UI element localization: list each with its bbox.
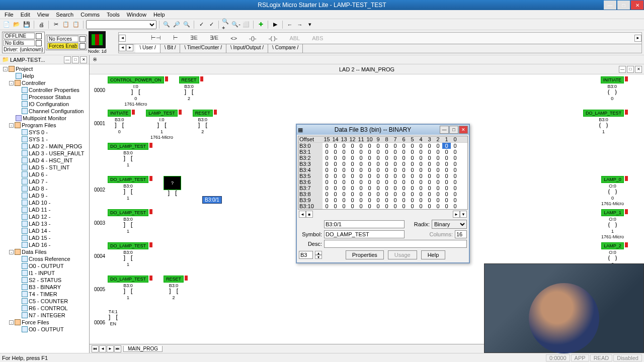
find-prev-button[interactable]: 🔍 [182,20,191,29]
data-bit-cell[interactable]: 0 [348,143,357,149]
minimize-button[interactable]: — [604,1,616,10]
data-bit-cell[interactable]: 0 [365,155,374,161]
new-button[interactable]: 📄 [2,20,11,29]
data-bit-cell[interactable]: 0 [357,149,365,155]
instr-scroll-left[interactable]: ◄ [119,35,126,42]
df-file-down[interactable]: ▾ [315,255,322,259]
data-bit-cell[interactable]: 0 [451,191,459,197]
tree-node[interactable]: Multipoint Monitor [1,115,88,122]
instr-scroll-right[interactable]: ► [634,35,641,42]
data-bit-cell[interactable]: 0 [451,197,459,203]
data-bit-cell[interactable]: 0 [382,191,391,197]
tree-node[interactable]: C5 - COUNTER [1,298,88,305]
data-bit-cell[interactable]: 0 [408,149,417,155]
data-bit-cell[interactable]: 0 [365,149,374,155]
instruction[interactable]: DO_LAMP_TESTB3:0] [1 [108,209,148,234]
instr-abl-icon[interactable]: ABL [289,35,300,41]
data-bit-cell[interactable]: 0 [331,167,340,173]
instr-tab-inputoutput[interactable]: \ Input/Output / [226,44,268,53]
instr-xic-icon[interactable]: ∃E [190,35,197,41]
instruction[interactable]: RESETB3:0] [2 [193,110,213,140]
data-bit-cell[interactable]: 0 [434,167,442,173]
data-bit-cell[interactable]: 0 [391,179,399,185]
data-bit-cell[interactable]: 0 [451,185,459,191]
data-bit-cell[interactable]: 0 [331,203,340,209]
paste-button[interactable]: 📋 [71,20,80,29]
tree-node[interactable]: LAD 8 - [1,185,88,192]
data-bit-cell[interactable]: 0 [374,203,382,209]
data-bit-cell[interactable]: 0 [399,203,408,209]
data-bit-cell[interactable]: 0 [365,185,374,191]
find-button[interactable]: 🔍 [162,20,171,29]
nav-dropdown-button[interactable]: ▾ [305,20,314,29]
new-rung-button[interactable]: ✚ [256,20,265,29]
data-bit-cell[interactable]: 0 [434,197,442,203]
tree-node[interactable]: T4 - TIMER [1,291,88,298]
data-bit-cell[interactable]: 0 [451,173,459,179]
menu-search[interactable]: Search [53,12,76,18]
instr-rung-icon[interactable]: ⊢⊣ [151,35,161,41]
tree-node[interactable]: LAD 15 - [1,234,88,241]
instruction[interactable]: DO_LAMP_TESTB3:0] [1 [108,242,148,267]
tree-node[interactable]: LAD 3 - USER_FAULT [1,150,88,157]
df-desc-input[interactable] [324,240,467,248]
data-bit-cell[interactable]: 0 [399,167,408,173]
data-bit-cell[interactable]: 0 [442,179,451,185]
data-bit-cell[interactable]: 0 [417,173,425,179]
rung[interactable]: 0000CONTROL_POWER_ONI:0] [01761-MicroRES… [92,76,634,107]
data-bit-cell[interactable]: 0 [323,173,331,179]
tree-node[interactable]: LAD 5 - STI_INT [1,164,88,171]
data-bit-cell[interactable]: 0 [391,191,399,197]
data-bit-cell[interactable]: 0 [382,179,391,185]
data-bit-cell[interactable]: 0 [374,185,382,191]
ladder-maximize-button[interactable]: □ [627,66,634,73]
address-combo[interactable] [86,20,156,29]
tree-node[interactable]: -Force Files [1,319,88,326]
project-tree[interactable]: -ProjectHelp-ControllerController Proper… [0,64,89,353]
data-bit-cell[interactable]: 0 [417,203,425,209]
tree-node[interactable]: -Data Files [1,248,88,255]
tree-node[interactable]: LAD 11 - [1,206,88,213]
help-button[interactable]: Help [421,250,446,259]
data-bit-cell[interactable]: 0 [331,179,340,185]
data-bit-cell[interactable]: 0 [434,149,442,155]
data-bit-cell[interactable]: 0 [391,197,399,203]
tab-scroll-left[interactable]: ◄ [119,44,126,51]
data-bit-cell[interactable]: 0 [323,191,331,197]
data-bit-cell[interactable]: 0 [434,191,442,197]
data-bit-cell[interactable]: 0 [374,155,382,161]
instr-tab-user[interactable]: \ User / [135,44,160,53]
data-bit-cell[interactable]: 0 [340,161,348,167]
menu-help[interactable]: Help [151,12,168,18]
output-instruction[interactable]: LAMP_0O:0( )01761-Micro [601,176,624,206]
forces-enabled-field[interactable] [47,43,78,49]
data-bit-cell[interactable]: 0 [323,203,331,209]
df-maximize-button[interactable]: □ [449,126,458,134]
df-scroll-left[interactable]: ◄ [299,211,306,218]
nav-fwd-button[interactable]: → [295,20,304,29]
data-bit-cell[interactable]: 0 [323,179,331,185]
tree-toggle[interactable]: - [9,250,14,254]
data-row[interactable]: B3:60000000000000000 [298,179,467,185]
data-bit-cell[interactable]: 0 [451,155,459,161]
tab-scroll-right[interactable]: ► [126,44,133,51]
fit-button[interactable]: ⬜ [242,20,251,29]
data-bit-cell[interactable]: 0 [408,179,417,185]
tree-node[interactable]: LAD 6 - [1,171,88,178]
tree-node[interactable]: Controller Properties [1,86,88,94]
data-bit-cell[interactable]: 0 [425,179,434,185]
verify-button[interactable]: ✓ [197,20,206,29]
menu-edit[interactable]: Edit [18,12,33,18]
data-bit-cell[interactable]: 0 [408,203,417,209]
data-bit-cell[interactable]: 0 [382,155,391,161]
data-row[interactable]: B3:40000000000000000 [298,167,467,173]
menu-comms[interactable]: Comms [78,12,102,18]
data-bit-cell[interactable]: 0 [348,173,357,179]
output-instruction[interactable]: LAMP_1O:0( )11761-Micro [601,209,624,239]
data-bit-cell[interactable]: 0 [348,167,357,173]
edits-field[interactable] [4,40,35,46]
mode-field[interactable] [4,33,35,39]
ladder-close-button[interactable]: ✕ [635,66,642,73]
print-button[interactable]: 🖨 [37,20,46,29]
bottom-tab-last[interactable]: ⏭ [114,345,121,352]
